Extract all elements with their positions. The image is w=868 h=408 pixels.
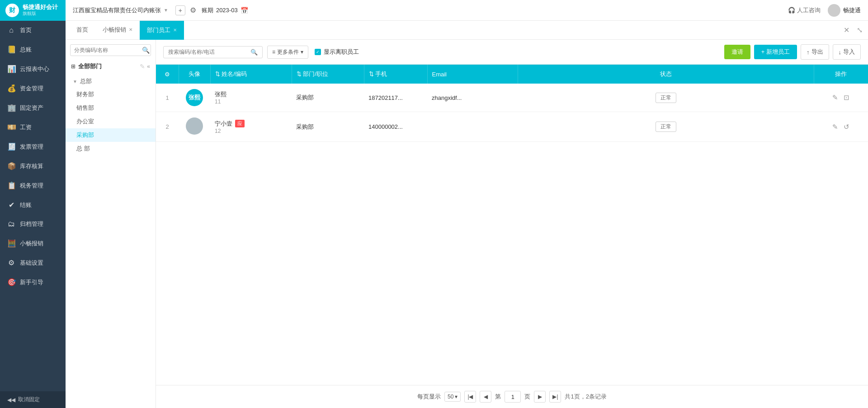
sidebar-item-label: 基础设置 (20, 259, 43, 267)
tree-collapse-icon[interactable]: « (147, 63, 150, 70)
expense-icon: 🧮 (7, 239, 15, 248)
tab-home-label: 首页 (76, 26, 88, 34)
tab-department[interactable]: 部门员工 ✕ (140, 21, 184, 40)
tab-expense[interactable]: 小畅报销 ✕ (95, 21, 140, 40)
sidebar-item-label: 结账 (20, 201, 32, 209)
sidebar-item-tax[interactable]: 📋 税务管理 (0, 176, 66, 195)
tree-item-sales[interactable]: 销售部 (66, 101, 156, 115)
sidebar-item-reports[interactable]: 📊 云报表中心 (0, 59, 66, 79)
tree-search-icon[interactable]: 🔍 (142, 47, 150, 54)
tab-expense-close-icon[interactable]: ✕ (129, 27, 132, 32)
page-input[interactable] (505, 391, 521, 403)
employee-code: 11 (215, 98, 287, 105)
period-value[interactable]: 2023-03 (216, 7, 238, 14)
edit-icon[interactable]: ✎ (832, 94, 838, 102)
export-button[interactable]: ↑ 导出 (801, 44, 829, 60)
sidebar-item-ledger[interactable]: 📒 总账 (0, 40, 66, 59)
tab-department-close-icon[interactable]: ✕ (173, 28, 177, 33)
page-body: 🔍 ⊞ 全部部门 ✎ « ▼ 总部 财务部 销售部 (66, 40, 868, 408)
per-page-select[interactable]: 50 ▾ (444, 392, 461, 402)
column-settings-icon[interactable]: ⚙ (165, 71, 170, 78)
sidebar-item-funds[interactable]: 💰 资金管理 (0, 79, 66, 98)
prev-page-button[interactable]: ◀ (480, 391, 491, 403)
edit-icon[interactable]: ✎ (832, 123, 838, 131)
row-index: 1 (156, 84, 179, 112)
tree-section-hq-header[interactable]: ▼ 总部 (66, 75, 156, 88)
sidebar-item-guide[interactable]: 🎯 新手引导 (0, 272, 66, 292)
user-area[interactable]: 畅捷通 (828, 4, 861, 17)
assets-icon: 🏢 (7, 103, 15, 112)
tree-item-purchase[interactable]: 采购部 (66, 128, 156, 142)
tree-all-label: 全部部门 (78, 62, 140, 70)
sidebar-item-label: 云报表中心 (20, 65, 49, 73)
table-row: 1 张熙 张熙 11 采购部 187202117.. (156, 84, 868, 112)
employee-search-input[interactable] (168, 49, 250, 55)
tree-search-box[interactable]: 🔍 (70, 44, 151, 56)
tree-all-departments[interactable]: ⊞ 全部部门 ✎ « (66, 60, 156, 73)
pin-icon: ◀◀ (7, 397, 15, 403)
sidebar-item-salary[interactable]: 💴 工资 (0, 117, 66, 137)
show-resigned-checkbox-area[interactable]: 显示离职员工 (315, 48, 359, 56)
avatar (186, 117, 203, 135)
reports-icon: 📊 (7, 65, 15, 73)
col-name[interactable]: ⇅ 姓名/编码 (210, 65, 292, 84)
row-phone: 140000002... (364, 112, 427, 142)
salary-icon: 💴 (7, 123, 15, 131)
import-button[interactable]: ↓ 导入 (833, 44, 861, 60)
sidebar-item-close[interactable]: ✔ 结账 (0, 195, 66, 215)
logo-area: 财 畅捷通好会计 旗舰版 (0, 0, 66, 21)
sidebar-item-label: 税务管理 (20, 182, 43, 190)
status-badge: 正常 (656, 122, 676, 132)
refresh-icon[interactable]: ↺ (844, 123, 849, 131)
company-selector[interactable]: 江西服宝精品有限责任公司内账张 ▼ (73, 6, 168, 14)
invite-button[interactable]: 邀请 (724, 45, 750, 59)
sidebar: ⌂ 首页 📒 总账 📊 云报表中心 💰 资金管理 🏢 固定资产 💴 工资 🧾 发… (0, 21, 66, 408)
show-resigned-checkbox[interactable] (315, 49, 321, 55)
settings-gear-icon[interactable]: ⚙ (190, 6, 196, 14)
col-phone[interactable]: ⇅ 手机 (364, 65, 427, 84)
next-page-button[interactable]: ▶ (534, 391, 546, 403)
add-employee-button[interactable]: + 新增员工 (754, 45, 797, 59)
avatar: 张熙 (186, 89, 203, 106)
tree-item-hq[interactable]: 总 部 (66, 142, 156, 155)
calendar-icon[interactable]: 📅 (241, 7, 248, 14)
sidebar-item-invoice[interactable]: 🧾 发票管理 (0, 137, 66, 156)
guide-icon: 🎯 (7, 278, 15, 286)
tree-search-input[interactable] (74, 47, 142, 53)
sidebar-item-assets[interactable]: 🏢 固定资产 (0, 98, 66, 117)
tax-icon: 📋 (7, 181, 15, 190)
sidebar-item-settings[interactable]: ⚙ 基础设置 (0, 253, 66, 272)
tree-item-office[interactable]: 办公室 (66, 115, 156, 128)
tree-edit-icon[interactable]: ✎ (140, 63, 145, 70)
logout-icon[interactable]: ⊡ (844, 94, 849, 102)
col-email: Email (427, 65, 518, 84)
tree-item-hq-label: 总 部 (76, 145, 90, 152)
filter-label: 更多条件 (277, 48, 299, 56)
tree-item-finance[interactable]: 财务部 (66, 88, 156, 101)
last-page-button[interactable]: ▶| (549, 391, 561, 403)
tree-item-purchase-label: 采购部 (76, 131, 94, 138)
add-company-button[interactable]: + (175, 5, 185, 15)
employee-search-icon[interactable]: 🔍 (250, 49, 258, 56)
sidebar-item-inventory[interactable]: 📦 库存核算 (0, 156, 66, 176)
archive-icon: 🗂 (7, 220, 15, 228)
import-icon: ↓ (839, 49, 842, 56)
more-filter-button[interactable]: ≡ 更多条件 ▾ (267, 46, 308, 59)
col-dept[interactable]: ⇅ 部门/职位 (292, 65, 364, 84)
sidebar-item-label: 新手引导 (20, 278, 43, 286)
close-tab-button[interactable]: ✕ (842, 24, 851, 36)
company-name: 江西服宝精品有限责任公司内账张 (73, 6, 161, 14)
funds-icon: 💰 (7, 84, 15, 93)
sidebar-item-expense[interactable]: 🧮 小畅报销 (0, 234, 66, 253)
service-button[interactable]: 🎧 人工咨询 (788, 6, 821, 14)
sidebar-item-home[interactable]: ⌂ 首页 (0, 21, 66, 40)
employee-search-box[interactable]: 🔍 (163, 46, 263, 58)
main-content: 首页 小畅报销 ✕ 部门员工 ✕ ✕ ⤡ 🔍 ⊞ 全部部门 ✎ « (66, 21, 868, 408)
first-page-button[interactable]: |◀ (464, 391, 476, 403)
sidebar-item-archive[interactable]: 🗂 归档管理 (0, 215, 66, 234)
sort-icon: ⇅ (369, 70, 374, 77)
expand-tab-button[interactable]: ⤡ (855, 24, 864, 36)
employee-name: 宁小壹 (215, 120, 232, 128)
tab-home[interactable]: 首页 (69, 21, 95, 40)
cancel-fixed-button[interactable]: ◀◀ 取消固定 (0, 391, 66, 408)
